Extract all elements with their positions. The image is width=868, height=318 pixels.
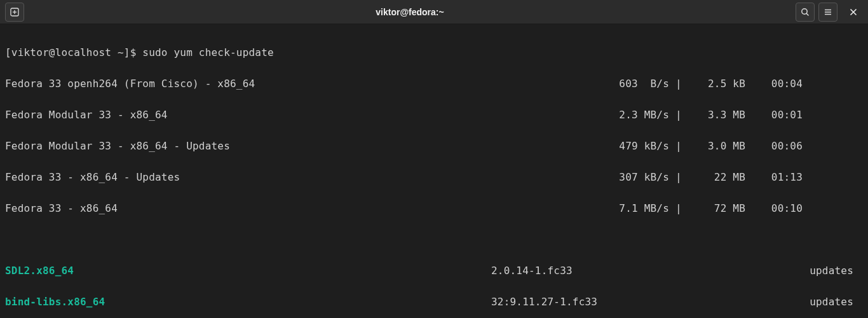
pipe-sep: | xyxy=(669,76,688,92)
search-button[interactable] xyxy=(796,3,815,22)
blank-line xyxy=(5,232,863,248)
repo-name: Fedora Modular 33 - x86_64 xyxy=(5,107,606,123)
new-tab-icon xyxy=(10,8,19,17)
repo-name: Fedora 33 openh264 (From Cisco) - x86_64 xyxy=(5,76,606,92)
package-repo: updates xyxy=(803,263,853,279)
download-size: 3.3 MB xyxy=(688,107,745,123)
package-name: SDL2.x86_64 xyxy=(5,263,491,279)
titlebar: viktor@fedora:~ xyxy=(0,0,868,24)
pipe-sep: | xyxy=(669,201,688,217)
download-row: Fedora 33 - x86_647.1 MB/s| 72 MB00:10 xyxy=(5,201,863,217)
package-repo: updates xyxy=(803,294,853,310)
svg-line-4 xyxy=(806,13,808,15)
download-row: Fedora Modular 33 - x86_64 - Updates479 … xyxy=(5,139,863,155)
titlebar-right-group xyxy=(796,3,837,22)
download-time: 00:01 xyxy=(745,107,828,123)
repo-name: Fedora 33 - x86_64 - Updates xyxy=(5,170,606,186)
prompt: [viktor@localhost ~]$ xyxy=(5,46,142,59)
download-rate: 7.1 MB/s xyxy=(606,201,669,217)
package-version: 32:9.11.27-1.fc33 xyxy=(491,294,803,310)
download-time: 00:04 xyxy=(745,76,828,92)
package-version: 2.0.14-1.fc33 xyxy=(491,263,803,279)
pipe-sep: | xyxy=(669,139,688,155)
close-icon xyxy=(850,8,857,16)
window-title: viktor@fedora:~ xyxy=(24,7,796,17)
titlebar-left-group xyxy=(5,3,24,22)
close-button[interactable] xyxy=(844,3,863,22)
download-rate: 307 kB/s xyxy=(606,170,669,186)
search-icon xyxy=(801,8,810,17)
new-tab-button[interactable] xyxy=(5,3,24,22)
pipe-sep: | xyxy=(669,107,688,123)
repo-name: Fedora 33 - x86_64 xyxy=(5,201,606,217)
download-row: Fedora 33 - x86_64 - Updates307 kB/s| 22… xyxy=(5,170,863,186)
pipe-sep: | xyxy=(669,170,688,186)
download-time: 01:13 xyxy=(745,170,828,186)
download-size: 72 MB xyxy=(688,201,745,217)
download-rate: 2.3 MB/s xyxy=(606,107,669,123)
download-time: 00:10 xyxy=(745,201,828,217)
command-text: sudo yum check-update xyxy=(142,46,274,59)
package-row: bind-libs.x86_6432:9.11.27-1.fc33updates xyxy=(5,294,863,310)
download-rate: 603 B/s xyxy=(606,76,669,92)
download-rate: 479 kB/s xyxy=(606,139,669,155)
download-row: Fedora 33 openh264 (From Cisco) - x86_64… xyxy=(5,76,863,92)
repo-name: Fedora Modular 33 - x86_64 - Updates xyxy=(5,139,606,155)
download-time: 00:06 xyxy=(745,139,828,155)
download-row: Fedora Modular 33 - x86_642.3 MB/s|3.3 M… xyxy=(5,107,863,123)
hamburger-icon xyxy=(824,8,832,17)
package-row: SDL2.x86_642.0.14-1.fc33updates xyxy=(5,263,863,279)
menu-button[interactable] xyxy=(818,3,837,22)
terminal-output[interactable]: [viktor@localhost ~]$ sudo yum check-upd… xyxy=(0,24,868,318)
download-size: 3.0 MB xyxy=(688,139,745,155)
download-size: 2.5 kB xyxy=(688,76,745,92)
download-size: 22 MB xyxy=(688,170,745,186)
package-name: bind-libs.x86_64 xyxy=(5,294,491,310)
prompt-line: [viktor@localhost ~]$ sudo yum check-upd… xyxy=(5,45,863,61)
svg-point-3 xyxy=(802,8,807,13)
